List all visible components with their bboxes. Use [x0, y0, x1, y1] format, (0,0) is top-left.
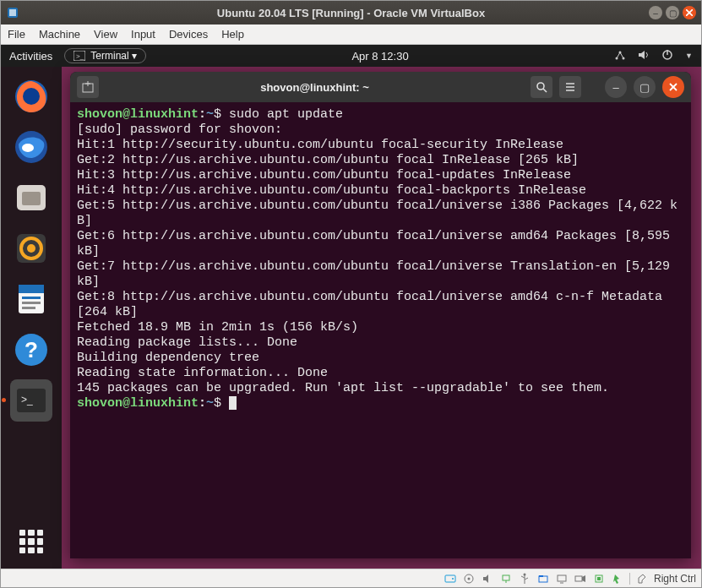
- svg-point-15: [23, 88, 40, 105]
- prompt2-dollar: $: [214, 396, 221, 411]
- svg-point-45: [467, 577, 470, 580]
- svg-line-51: [521, 576, 525, 578]
- svg-rect-1: [9, 9, 16, 16]
- status-hostkey-label: Right Ctrl: [654, 573, 696, 585]
- terminal-cursor: [229, 396, 237, 410]
- terminal-window: shovon@linuxhint: ~ – ▢ shovon@linuxhint…: [70, 72, 691, 558]
- svg-point-50: [523, 573, 525, 575]
- status-recording-icon[interactable]: [574, 572, 587, 585]
- terminal-titlebar[interactable]: shovon@linuxhint: ~ – ▢: [70, 72, 691, 102]
- vbox-menu-input[interactable]: Input: [131, 28, 155, 41]
- vbox-maximize-button[interactable]: ▢: [666, 6, 679, 19]
- volume-icon[interactable]: [638, 49, 650, 63]
- svg-rect-54: [539, 575, 543, 577]
- svg-rect-25: [22, 297, 41, 299]
- svg-point-22: [27, 244, 35, 253]
- vbox-menu-file[interactable]: File: [8, 28, 25, 41]
- prompt2-path: ~: [206, 396, 214, 411]
- svg-rect-42: [445, 575, 455, 582]
- svg-line-10: [620, 52, 623, 58]
- svg-point-35: [537, 83, 544, 90]
- dock-firefox-icon[interactable]: [10, 75, 52, 117]
- svg-line-36: [543, 89, 547, 92]
- svg-rect-53: [539, 576, 547, 582]
- svg-text:>_: >_: [21, 394, 33, 406]
- prompt-dollar: $: [214, 107, 221, 122]
- dock-help-icon[interactable]: ?: [10, 329, 52, 371]
- status-display-icon[interactable]: [555, 572, 569, 585]
- terminal-command: sudo apt update: [229, 107, 343, 122]
- status-separator: [629, 573, 630, 585]
- vbox-titlebar: Ubuntu 20.04 LTS [Running] - Oracle VM V…: [1, 1, 701, 24]
- topbar-app-label: Terminal ▾: [90, 50, 137, 62]
- vbox-app-icon: [6, 6, 19, 19]
- svg-rect-55: [558, 575, 566, 581]
- vbox-menubar: File Machine View Input Devices Help: [1, 24, 701, 45]
- svg-rect-57: [575, 576, 582, 581]
- dock-thunderbird-icon[interactable]: [10, 126, 52, 168]
- svg-rect-47: [503, 575, 509, 580]
- topbar-datetime[interactable]: Apr 8 12:30: [351, 50, 408, 63]
- terminal-new-tab-button[interactable]: [77, 76, 99, 98]
- svg-line-9: [617, 52, 620, 58]
- svg-rect-19: [22, 192, 41, 205]
- activities-button[interactable]: Activities: [9, 50, 52, 63]
- svg-marker-58: [582, 575, 585, 582]
- terminal-minimize-button[interactable]: –: [605, 76, 627, 98]
- vbox-title: Ubuntu 20.04 LTS [Running] - Oracle VM V…: [72, 7, 630, 19]
- svg-marker-11: [639, 51, 645, 59]
- svg-point-43: [452, 578, 454, 580]
- virtualbox-window: Ubuntu 20.04 LTS [Running] - Oracle VM V…: [0, 0, 702, 588]
- prompt2-user: shovon@linuxhint: [77, 396, 199, 411]
- status-audio-icon[interactable]: [481, 572, 494, 585]
- terminal-small-icon: >_: [73, 51, 85, 61]
- power-icon[interactable]: [661, 49, 673, 63]
- topbar-app-indicator[interactable]: >_ Terminal ▾: [64, 48, 146, 63]
- network-icon[interactable]: [614, 49, 626, 63]
- status-network-icon[interactable]: [499, 572, 513, 585]
- dock-terminal-icon[interactable]: >_: [10, 379, 52, 422]
- status-mouse-icon[interactable]: [611, 572, 624, 585]
- svg-text:?: ?: [24, 337, 38, 362]
- status-shared-folder-icon[interactable]: [536, 572, 550, 585]
- vbox-statusbar: Right Ctrl: [1, 569, 701, 587]
- dock-files-icon[interactable]: [10, 177, 52, 219]
- svg-text:>_: >_: [76, 52, 84, 60]
- dock-show-applications[interactable]: [19, 530, 43, 553]
- vbox-menu-machine[interactable]: Machine: [39, 28, 80, 41]
- status-optical-icon[interactable]: [462, 572, 476, 585]
- terminal-maximize-button[interactable]: ▢: [634, 76, 656, 98]
- dock-libreoffice-writer-icon[interactable]: [10, 278, 52, 320]
- svg-line-52: [525, 578, 528, 580]
- vbox-menu-help[interactable]: Help: [221, 28, 244, 41]
- ubuntu-topbar: Activities >_ Terminal ▾ Apr 8 12:30 ▼: [1, 45, 701, 67]
- dock-rhythmbox-icon[interactable]: [10, 227, 52, 270]
- chevron-down-icon[interactable]: ▼: [685, 52, 693, 60]
- vm-display: Activities >_ Terminal ▾ Apr 8 12:30 ▼: [1, 45, 701, 569]
- status-hostkey-icon[interactable]: [635, 572, 649, 585]
- prompt-path: ~: [206, 107, 214, 122]
- svg-marker-46: [483, 574, 488, 583]
- vbox-close-button[interactable]: [683, 6, 696, 19]
- status-usb-icon[interactable]: [518, 572, 531, 585]
- terminal-title: shovon@linuxhint: ~: [106, 81, 524, 94]
- status-cpu-icon[interactable]: [592, 572, 606, 585]
- terminal-hamburger-button[interactable]: [559, 76, 581, 98]
- svg-point-17: [22, 144, 34, 152]
- svg-rect-60: [597, 577, 601, 580]
- svg-rect-24: [19, 285, 44, 293]
- vbox-menu-view[interactable]: View: [94, 28, 117, 41]
- status-hdd-icon[interactable]: [444, 572, 457, 585]
- ubuntu-dock: ? >_: [1, 67, 62, 569]
- svg-rect-27: [22, 307, 35, 309]
- terminal-body[interactable]: shovon@linuxhint:~$ sudo apt update [sud…: [70, 102, 691, 558]
- vbox-menu-devices[interactable]: Devices: [169, 28, 208, 41]
- terminal-output: [sudo] password for shovon: Hit:1 http:/…: [77, 122, 678, 395]
- prompt-user: shovon@linuxhint: [77, 107, 199, 122]
- svg-rect-26: [22, 302, 41, 304]
- terminal-close-button[interactable]: [662, 76, 684, 98]
- vbox-minimize-button[interactable]: –: [649, 6, 662, 19]
- terminal-search-button[interactable]: [531, 76, 552, 98]
